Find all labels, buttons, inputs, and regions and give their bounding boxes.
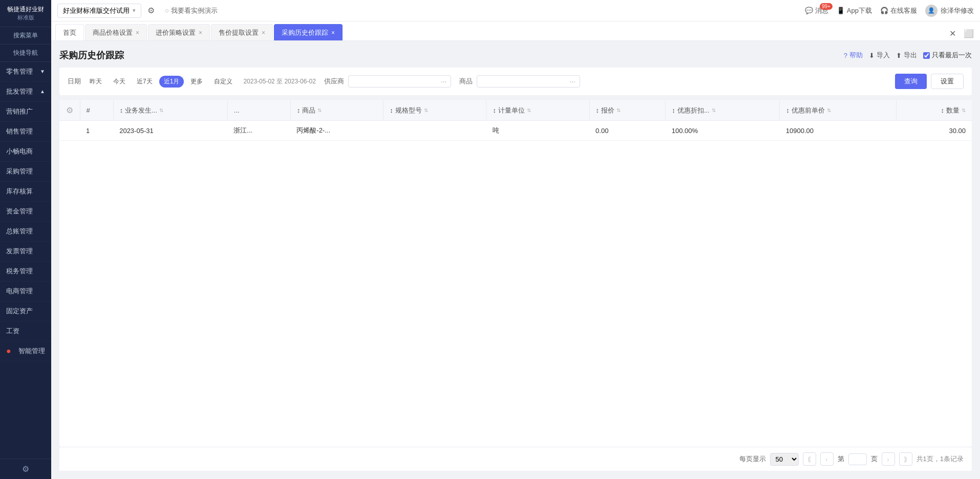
service-label: 在线客服 bbox=[890, 6, 917, 15]
sidebar-item-0[interactable]: 零售管理▼ bbox=[0, 62, 51, 82]
sidebar-item-label: 销售管理 bbox=[6, 127, 33, 136]
col-product: ↕ 商品 ⇅ bbox=[290, 100, 383, 121]
sidebar-item-14[interactable]: ●智能管理 bbox=[0, 341, 51, 361]
query-button[interactable]: 查询 bbox=[895, 74, 927, 89]
tab-label-1: 商品价格设置 bbox=[93, 28, 133, 37]
sidebar-item-2[interactable]: 营销推广 bbox=[0, 102, 51, 122]
export-label: 导出 bbox=[904, 51, 917, 60]
row-unit: 吨 bbox=[486, 121, 589, 141]
tab-close-3[interactable]: × bbox=[262, 29, 265, 36]
date-btn-5[interactable]: 自定义 bbox=[209, 76, 237, 88]
product-filter-label: 商品 bbox=[459, 77, 473, 86]
sidebar-search[interactable]: 搜索菜单 bbox=[0, 27, 51, 45]
product-input-wrap: ··· bbox=[477, 75, 580, 88]
supplier-input[interactable] bbox=[353, 78, 439, 85]
spec-sort-icon[interactable]: ⇅ bbox=[424, 107, 428, 113]
sidebar-item-1[interactable]: 批发管理▲ bbox=[0, 82, 51, 102]
import-icon: ⬇ bbox=[869, 52, 875, 59]
online-service-btn[interactable]: 🎧 在线客服 bbox=[880, 6, 917, 15]
tab-2[interactable]: 进价策略设置× bbox=[148, 24, 210, 40]
logo-subtitle: 标准版 bbox=[4, 14, 47, 21]
sidebar-item-label: 小畅电商 bbox=[6, 147, 33, 156]
first-page-btn[interactable]: ⟪ bbox=[803, 452, 816, 466]
date-sort-icon[interactable]: ⇅ bbox=[159, 107, 163, 113]
page-header: 采购历史价跟踪 ? 帮助 ⬇ 导入 ⬆ 导出 只看最后一次 bbox=[59, 49, 972, 61]
date-btn-0[interactable]: 昨天 bbox=[85, 76, 106, 88]
maximize-window-btn[interactable]: ⬜ bbox=[962, 26, 976, 40]
product-dots[interactable]: ··· bbox=[569, 77, 576, 85]
sidebar-item-12[interactable]: 固定资产 bbox=[0, 301, 51, 321]
quantity-sort-icon[interactable]: ⇅ bbox=[962, 107, 966, 113]
sidebar-item-8[interactable]: 总账管理 bbox=[0, 222, 51, 242]
tab-1[interactable]: 商品价格设置× bbox=[85, 24, 147, 40]
page-input[interactable]: 1 bbox=[848, 453, 867, 465]
row-settings bbox=[59, 121, 80, 141]
message-icon: 💬 bbox=[805, 7, 813, 14]
sidebar-item-9[interactable]: 发票管理 bbox=[0, 242, 51, 262]
close-window-btn[interactable]: ✕ bbox=[945, 26, 960, 40]
sidebar-item-label: 采购管理 bbox=[6, 167, 33, 176]
tab-close-4[interactable]: × bbox=[331, 29, 335, 36]
tab-label-2: 进价策略设置 bbox=[156, 28, 196, 37]
data-table: ⚙ # ↕ 业务发生... ⇅ ... ↕ 商品 ⇅ ↕ 规格型号 ⇅ ↕ 计量… bbox=[59, 100, 972, 141]
sidebar-item-4[interactable]: 小畅电商 bbox=[0, 142, 51, 162]
product-name: 好业财标准版交付试用 bbox=[63, 6, 130, 15]
sidebar-item-label: 总账管理 bbox=[6, 227, 33, 236]
help-link[interactable]: ? 帮助 bbox=[844, 51, 863, 60]
tab-0[interactable]: 首页 bbox=[55, 24, 84, 40]
last-page-btn[interactable]: ⟫ bbox=[899, 452, 912, 466]
tab-close-1[interactable]: × bbox=[136, 29, 139, 36]
last-only-input[interactable] bbox=[923, 52, 930, 59]
sidebar-item-11[interactable]: 电商管理 bbox=[0, 281, 51, 301]
sidebar-dot: ● bbox=[6, 346, 11, 356]
product-input[interactable] bbox=[481, 78, 567, 85]
page-label: 第 bbox=[838, 454, 844, 464]
settings-button[interactable]: 设置 bbox=[931, 74, 964, 89]
sidebar-item-6[interactable]: 库存核算 bbox=[0, 182, 51, 202]
demo-link[interactable]: ○ 我要看实例演示 bbox=[165, 6, 218, 15]
sidebar-item-5[interactable]: 采购管理 bbox=[0, 162, 51, 182]
tab-4[interactable]: 采购历史价跟踪× bbox=[274, 24, 343, 40]
sidebar-bottom: ⚙ bbox=[0, 459, 51, 479]
date-btn-4[interactable]: 更多 bbox=[186, 76, 207, 88]
messages-btn[interactable]: 💬 消息 99+ bbox=[805, 6, 828, 15]
sidebar-item-13[interactable]: 工资 bbox=[0, 321, 51, 341]
row-price: 0.00 bbox=[589, 121, 666, 141]
col-no: # bbox=[80, 100, 113, 121]
topbar-gear-icon[interactable]: ⚙ bbox=[147, 6, 155, 15]
user-menu[interactable]: 👤 徐泽华修改 bbox=[925, 5, 974, 17]
tab-close-2[interactable]: × bbox=[199, 29, 202, 36]
per-page-select[interactable]: 2050100200 bbox=[770, 453, 799, 466]
app-icon: 📱 bbox=[837, 7, 845, 14]
date-btn-2[interactable]: 近7天 bbox=[132, 76, 157, 88]
sidebar-settings-icon[interactable]: ⚙ bbox=[5, 464, 46, 474]
last-only-label: 只看最后一次 bbox=[932, 51, 972, 60]
unit-price-sort-icon[interactable]: ⇅ bbox=[827, 107, 831, 113]
supplier-dots[interactable]: ··· bbox=[441, 77, 447, 85]
app-download-btn[interactable]: 📱 App下载 bbox=[837, 6, 872, 15]
price-sort-icon[interactable]: ⇅ bbox=[616, 107, 621, 113]
tab-label-3: 售价提取设置 bbox=[219, 28, 259, 37]
content-area: 采购历史价跟踪 ? 帮助 ⬇ 导入 ⬆ 导出 只看最后一次 bbox=[51, 41, 980, 479]
date-filter-label: 日期 bbox=[68, 77, 81, 86]
tab-3[interactable]: 售价提取设置× bbox=[211, 24, 273, 40]
date-btn-3[interactable]: 近1月 bbox=[159, 76, 184, 88]
discount-sort-icon[interactable]: ⇅ bbox=[712, 107, 716, 113]
product-sort-icon[interactable]: ⇅ bbox=[317, 107, 322, 113]
export-link[interactable]: ⬆ 导出 bbox=[896, 51, 917, 60]
prev-page-btn[interactable]: ‹ bbox=[820, 452, 834, 466]
sidebar-item-10[interactable]: 税务管理 bbox=[0, 262, 51, 281]
date-btn-1[interactable]: 今天 bbox=[109, 76, 130, 88]
product-selector[interactable]: 好业财标准版交付试用 ▾ bbox=[57, 4, 141, 18]
sidebar-quick-nav[interactable]: 快捷导航 bbox=[0, 45, 51, 62]
product-dropdown-icon: ▾ bbox=[133, 7, 136, 14]
col-settings-icon[interactable]: ⚙ bbox=[66, 106, 73, 115]
import-link[interactable]: ⬇ 导入 bbox=[869, 51, 890, 60]
last-only-checkbox[interactable]: 只看最后一次 bbox=[923, 51, 972, 60]
next-page-btn[interactable]: › bbox=[882, 452, 895, 466]
unit-sort-icon[interactable]: ⇅ bbox=[527, 107, 531, 113]
demo-icon: ○ bbox=[165, 7, 169, 14]
sidebar-item-3[interactable]: 销售管理 bbox=[0, 122, 51, 142]
sidebar-item-7[interactable]: 资金管理 bbox=[0, 202, 51, 222]
row-unit-price: 10900.00 bbox=[780, 121, 896, 141]
